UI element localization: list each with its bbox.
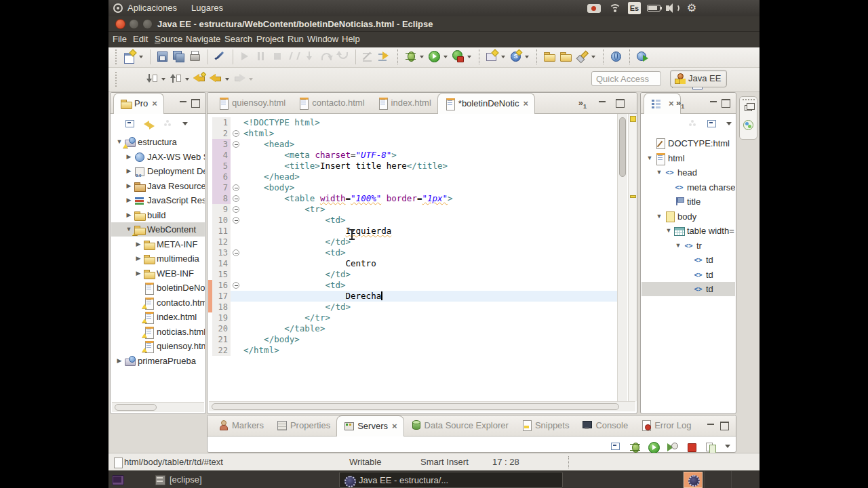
notification-area-active-cell[interactable] [684, 472, 703, 488]
tab-properties[interactable]: Properties [270, 415, 336, 436]
fold-collapse-icon[interactable] [233, 195, 239, 202]
maximize-view-icon[interactable] [722, 99, 730, 106]
expand-arrow-icon[interactable]: ▶ [134, 237, 142, 251]
tree-item-webinf[interactable]: ▶WEB-INF [111, 266, 205, 281]
line-number[interactable]: 1 [212, 117, 231, 128]
view-menu-icon[interactable] [726, 122, 732, 125]
highlight-brush-button[interactable] [576, 49, 589, 64]
dropdown-arrow-icon[interactable] [139, 56, 143, 58]
start-server-button[interactable] [648, 441, 661, 453]
line-number[interactable]: 7 [212, 182, 231, 193]
menu-help[interactable]: Help [342, 32, 360, 47]
dropdown-arrow-icon[interactable] [185, 78, 189, 81]
quick-access-input[interactable] [591, 71, 661, 86]
expand-arrow-icon[interactable]: ▶ [125, 150, 133, 164]
profile-server-button[interactable] [667, 441, 680, 453]
tab-markers[interactable]: Markers [212, 415, 270, 436]
new-servlet-button[interactable] [509, 49, 523, 64]
tab-outline[interactable]: × [644, 93, 681, 114]
step-filters-button[interactable] [378, 49, 391, 64]
stop-server-button[interactable] [686, 441, 699, 453]
expand-arrow-icon[interactable]: ▼ [674, 239, 682, 253]
keyboard-layout-indicator[interactable]: Es [628, 2, 641, 14]
screen-recorder-icon[interactable] [587, 4, 601, 13]
menu-window[interactable]: Window [307, 32, 338, 47]
step-return-button[interactable] [336, 49, 350, 64]
forward-button[interactable] [233, 72, 247, 87]
line-number[interactable]: 12 [212, 237, 231, 247]
tree-item-td[interactable]: <>td [642, 282, 735, 296]
minimize-view-icon[interactable] [709, 99, 718, 106]
menu-project[interactable]: Project [256, 32, 283, 47]
line-number[interactable]: 5 [212, 161, 231, 171]
open-homepage-button[interactable] [543, 49, 557, 64]
link-with-editor-button[interactable] [143, 118, 157, 130]
save-all-button[interactable] [172, 49, 186, 64]
fold-collapse-icon[interactable] [233, 130, 239, 137]
fold-collapse-icon[interactable] [233, 249, 239, 256]
web-browser-button[interactable] [610, 49, 623, 64]
fold-collapse-icon[interactable] [233, 206, 239, 213]
tab-close-icon[interactable]: × [152, 94, 157, 113]
editor-tab-boletindenotic[interactable]: *boletinDeNotic× [437, 93, 535, 114]
session-gear-icon[interactable]: ⚙ [685, 2, 698, 14]
scrollbar-thumb[interactable] [619, 117, 626, 177]
line-number[interactable]: 14 [212, 258, 231, 269]
debug-button[interactable] [404, 49, 418, 64]
minimize-view-icon[interactable] [179, 99, 188, 106]
tab-error-log[interactable]: Error Log [634, 415, 697, 436]
collapse-all-button[interactable] [610, 441, 623, 453]
tree-item-indexhtml[interactable]: index.html [111, 310, 205, 324]
tree-item-head[interactable]: ▼<>head [642, 165, 735, 180]
toolbar-drag-handle[interactable] [115, 49, 117, 64]
line-number[interactable]: 4 [212, 150, 231, 161]
menu-lugares[interactable]: Lugares [187, 0, 227, 16]
tree-item-td[interactable]: <>td [642, 268, 735, 282]
perspective-java-ee-button[interactable]: Java EE [670, 70, 727, 87]
save-button[interactable] [156, 49, 170, 64]
line-number[interactable]: 17 [212, 291, 231, 302]
show-desktop-icon[interactable] [112, 474, 123, 485]
line-number[interactable]: 2 [212, 128, 231, 139]
line-number[interactable]: 11 [212, 226, 231, 237]
expand-arrow-icon[interactable]: ▶ [125, 164, 133, 178]
window-maximize-button[interactable] [142, 19, 153, 29]
new-server-button[interactable] [486, 49, 499, 64]
menu-edit[interactable]: Edit [133, 32, 148, 47]
tree-item-title[interactable]: title [642, 195, 735, 209]
line-number[interactable]: 10 [212, 215, 231, 226]
dropdown-arrow-icon[interactable] [443, 56, 448, 58]
tab-data-source-explorer[interactable]: Data Source Explorer [404, 415, 515, 436]
view-menu-icon[interactable] [182, 122, 188, 125]
tree-item-quiensoyhtm[interactable]: quiensoy.htm [111, 339, 205, 353]
tree-item-metacharse[interactable]: <>meta charse [642, 180, 735, 195]
minimize-editor-icon[interactable] [598, 99, 607, 106]
window-minimize-button[interactable] [129, 19, 139, 29]
tree-item-metainf[interactable]: ▶META-INF [111, 237, 205, 251]
toolbar-drag-handle[interactable] [115, 72, 117, 87]
overview-warning-marker[interactable] [630, 195, 636, 198]
window-close-button[interactable] [115, 19, 125, 29]
tree-item-boletindenot[interactable]: boletinDeNot [111, 281, 205, 295]
line-number[interactable]: 22 [212, 345, 231, 356]
debug-disconnect-button[interactable] [288, 49, 301, 64]
tree-item-td[interactable]: <>td [642, 253, 735, 267]
line-number[interactable]: 8 [212, 193, 231, 204]
back-button[interactable] [210, 72, 223, 87]
maximize-editor-icon[interactable] [616, 99, 625, 106]
tree-item-jaxwswebse[interactable]: ▶JAX-WS Web Se [111, 150, 205, 164]
line-number[interactable]: 13 [212, 247, 231, 258]
dropdown-arrow-icon[interactable] [501, 56, 505, 58]
tab-servers[interactable]: Servers× [336, 415, 403, 436]
line-number[interactable]: 3 [212, 139, 231, 150]
tab-close-icon[interactable]: × [523, 94, 528, 113]
dropdown-arrow-icon[interactable] [249, 78, 253, 81]
dropdown-arrow-icon[interactable] [161, 78, 165, 81]
editor-tab-quiensoyhtml[interactable]: quiensoy.html [212, 93, 292, 113]
maximize-view-icon[interactable] [191, 99, 200, 106]
line-number[interactable]: 21 [212, 334, 231, 345]
menu-run[interactable]: Run [288, 32, 304, 47]
expand-arrow-icon[interactable]: ▶ [115, 354, 123, 368]
tree-item-primeraprueba[interactable]: ▶primeraPrueba [111, 354, 205, 368]
tree-item-doctypehtml[interactable]: DOCTYPE:html [642, 136, 735, 150]
